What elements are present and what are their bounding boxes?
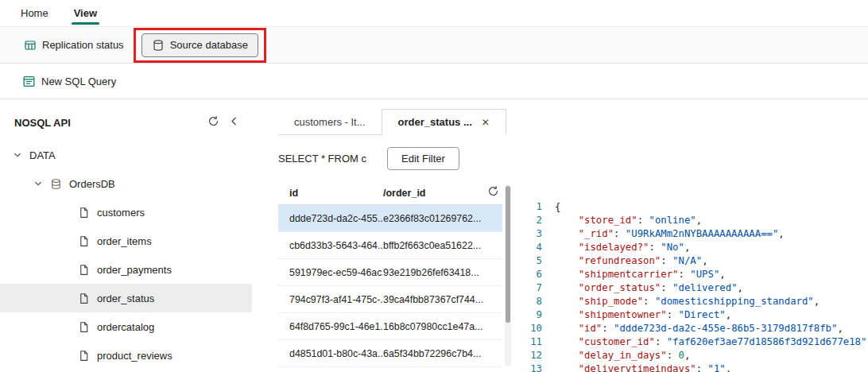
ribbon-tab-view[interactable]: View	[61, 0, 110, 26]
ribbon-tab-view-label: View	[74, 7, 97, 19]
cell-id: cb6d33b3-5643-464...	[278, 240, 383, 251]
sidebar-item-order-payments[interactable]: order_payments	[0, 255, 252, 284]
refresh-icon	[487, 185, 499, 200]
json-editor[interactable]: 1{2 "store_id": "online",3 "_rid": "U9Rk…	[518, 181, 868, 372]
edit-filter-button[interactable]: Edit Filter	[387, 147, 459, 170]
table-row[interactable]: 591979ec-ec59-46ac...93e219b26fef63418..…	[278, 259, 502, 286]
table-row[interactable]: ddde723d-da2c-455...e2366f83c01269762...	[278, 205, 502, 232]
document-tab-bar: customers - It... order_status ... ✕	[278, 109, 506, 135]
editor-line: 4 "isdelayed?": "No",	[526, 241, 868, 254]
sidebar-title: NOSQL API	[14, 117, 71, 129]
new-sql-query-icon	[22, 75, 36, 88]
cell-order-id: 6a5f34bb72296c7b4...	[383, 348, 494, 359]
cell-id: 591979ec-ec59-46ac...	[278, 267, 383, 278]
line-number: 13	[526, 362, 555, 372]
cell-order-id: 39ca4fbb87367cf744...	[383, 294, 494, 305]
close-icon[interactable]: ✕	[482, 117, 490, 128]
editor-line: 11 "customer_id": "faf620ef3ae77d18586f3…	[526, 335, 868, 349]
sidebar-item-customers[interactable]: customers	[0, 198, 252, 227]
line-number: 9	[526, 308, 555, 322]
ribbon-tab-home-label: Home	[21, 7, 48, 19]
cell-order-id: 93e219b26fef63418...	[383, 267, 494, 278]
new-sql-query-label: New SQL Query	[41, 76, 116, 87]
cell-id: d4851d01-b80c-43a...	[278, 348, 383, 359]
sidebar-item-order-items[interactable]: order_items	[0, 227, 252, 255]
editor-line: 10 "id": "ddde723d-da2c-455e-86b5-3179d8…	[526, 322, 868, 335]
editor-line: 9 "shipmentowner": "Direct",	[526, 308, 868, 322]
table-row[interactable]: d4851d01-b80c-43a...6a5f34bb72296c7b4...	[278, 340, 502, 367]
table-row[interactable]: cb6d33b3-5643-464...bffb2f663c0ea51622..…	[278, 232, 502, 259]
refresh-icon	[207, 115, 219, 130]
tree-item-label: product_reviews	[97, 350, 172, 362]
sidebar-item-ordercatalog[interactable]: ordercatalog	[0, 312, 252, 341]
sidebar-item-ordersdb[interactable]: OrdersDB	[0, 169, 252, 198]
main-pane: customers - It... order_status ... ✕ SEL…	[252, 99, 868, 372]
editor-line: 13 "deliverytimeindays": "1",	[526, 362, 868, 372]
line-number: 8	[526, 295, 555, 308]
cell-id: 64f8d765-99c1-46e1...	[278, 321, 383, 332]
sidebar-item-product-reviews[interactable]: product_reviews	[0, 341, 252, 370]
table-row[interactable]: 794c97f3-af41-475c-...39ca4fbb87367cf744…	[278, 286, 502, 313]
grid-refresh-button[interactable]	[487, 185, 499, 200]
chevron-down-icon[interactable]	[33, 179, 43, 188]
results-area: id /order_id ddde723d-da2c-455...e2366f8…	[278, 181, 868, 372]
chevron-down-icon[interactable]	[13, 150, 22, 160]
editor-line: 5 "refundreason": "N/A",	[526, 254, 868, 268]
tab-customers-label: customers - It...	[294, 116, 366, 128]
sidebar-refresh-button[interactable]	[206, 114, 221, 131]
column-header-order-id: /order_id	[383, 188, 477, 199]
line-number: 12	[526, 349, 555, 362]
scrollbar-thumb[interactable]	[506, 186, 510, 323]
tab-customers[interactable]: customers - It...	[278, 109, 382, 134]
cell-order-id: e2366f83c01269762...	[383, 213, 494, 224]
editor-line: 2 "store_id": "online",	[526, 214, 868, 227]
cell-id: ddde723d-da2c-455...	[278, 213, 383, 224]
table-row[interactable]: 131c3afb-3afb-478...10bb828443f9f4-4f...	[278, 367, 502, 372]
source-database-icon	[152, 39, 165, 52]
source-database-label: Source database	[170, 39, 248, 51]
tab-order-status[interactable]: order_status ... ✕	[382, 109, 506, 135]
line-number: 11	[526, 335, 555, 349]
replication-status-button[interactable]: Replication status	[24, 39, 124, 52]
source-database-button[interactable]: Source database	[141, 33, 258, 57]
filter-row: SELECT * FROM c Edit Filter	[278, 147, 868, 170]
tree-item-label: OrdersDB	[69, 178, 115, 190]
ribbon-tab-bar: Home View	[0, 0, 868, 26]
line-number: 7	[526, 281, 555, 295]
sidebar: NOSQL API DATAOrdersDBcustomersorder_ite…	[0, 99, 252, 372]
tree-item-label: order_payments	[97, 264, 172, 276]
sidebar-collapse-button[interactable]	[227, 114, 241, 130]
table-row[interactable]: 64f8d765-99c1-46e1...16b8c07980cc1e47a..…	[278, 313, 502, 340]
editor-line: 6 "shipmentcarrier": "UPS",	[526, 268, 868, 281]
sidebar-item-order-status[interactable]: order_status	[0, 284, 252, 312]
database-icon	[50, 178, 62, 190]
line-number: 1	[526, 200, 555, 214]
document-icon	[78, 207, 90, 219]
new-sql-query-button[interactable]: New SQL Query	[22, 75, 116, 88]
line-number: 2	[526, 214, 555, 227]
results-rows: ddde723d-da2c-455...e2366f83c01269762...…	[278, 205, 502, 372]
annotation-highlight-box: Source database	[134, 28, 266, 63]
document-icon	[78, 235, 90, 247]
ribbon-toolbar: Replication status Source database	[0, 26, 868, 64]
column-header-id: id	[278, 188, 383, 199]
document-icon	[78, 293, 90, 304]
replication-status-icon	[24, 39, 37, 52]
results-grid: id /order_id ddde723d-da2c-455...e2366f8…	[278, 181, 502, 372]
sidebar-item-data[interactable]: DATA	[0, 141, 252, 169]
cell-order-id: bffb2f663c0ea51622...	[383, 240, 494, 251]
editor-line: 12 "delay_in_days": 0,	[526, 349, 868, 362]
line-number: 4	[526, 241, 555, 254]
chevron-left-icon	[229, 116, 239, 129]
grid-header: id /order_id	[278, 181, 502, 205]
tree-item-label: order_items	[97, 235, 152, 247]
query-text: SELECT * FROM c	[278, 153, 366, 165]
query-toolbar: New SQL Query	[0, 64, 868, 99]
editor-line: 3 "_rid": "U9RkAMm2nNYBAAAAAAAAAA==",	[526, 227, 868, 241]
tree-item-label: ordercatalog	[97, 321, 154, 333]
table-scrollbar[interactable]	[505, 184, 511, 366]
cell-id: 794c97f3-af41-475c-...	[278, 294, 383, 305]
cell-order-id: 16b8c07980cc1e47a...	[383, 321, 494, 332]
ribbon-tab-home[interactable]: Home	[8, 0, 61, 26]
line-number: 5	[526, 254, 555, 268]
